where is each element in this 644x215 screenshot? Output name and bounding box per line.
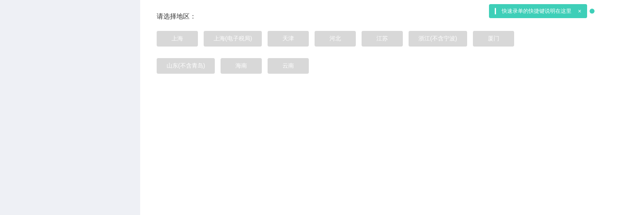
region-btn-jiangsu[interactable]: 江苏 [362, 31, 403, 47]
sidebar [0, 0, 140, 215]
region-buttons: 上海上海(电子税局)天津河北江苏浙江(不含宁波)厦门 山东(不含青岛)海南云南 [157, 31, 628, 74]
region-btn-xiamen[interactable]: 厦门 [473, 31, 514, 47]
region-row-1: 上海上海(电子税局)天津河北江苏浙江(不含宁波)厦门 [157, 31, 514, 47]
region-btn-shandong[interactable]: 山东(不含青岛) [157, 58, 215, 74]
region-btn-zhejiang[interactable]: 浙江(不含宁波) [409, 31, 467, 47]
tooltip-text: 快速录单的快捷键说明在这里 [502, 7, 571, 15]
main-content: 快速录单的快捷键说明在这里 × 请选择地区： 上海上海(电子税局)天津河北江苏浙… [140, 0, 644, 215]
region-btn-hebei[interactable]: 河北 [315, 31, 356, 47]
tooltip-bubble: 快速录单的快捷键说明在这里 × [489, 4, 587, 18]
region-btn-shanghai-etax[interactable]: 上海(电子税局) [204, 31, 262, 47]
tooltip-close-button[interactable]: × [578, 8, 581, 14]
region-row-2: 山东(不含青岛)海南云南 [157, 58, 309, 74]
region-btn-hainan[interactable]: 海南 [221, 58, 262, 74]
tooltip-container: 快速录单的快捷键说明在这里 × [489, 4, 595, 18]
region-btn-tianjin[interactable]: 天津 [268, 31, 309, 47]
region-btn-shanghai[interactable]: 上海 [157, 31, 198, 47]
region-btn-yunnan[interactable]: 云南 [268, 58, 309, 74]
tooltip-dot [590, 9, 595, 14]
